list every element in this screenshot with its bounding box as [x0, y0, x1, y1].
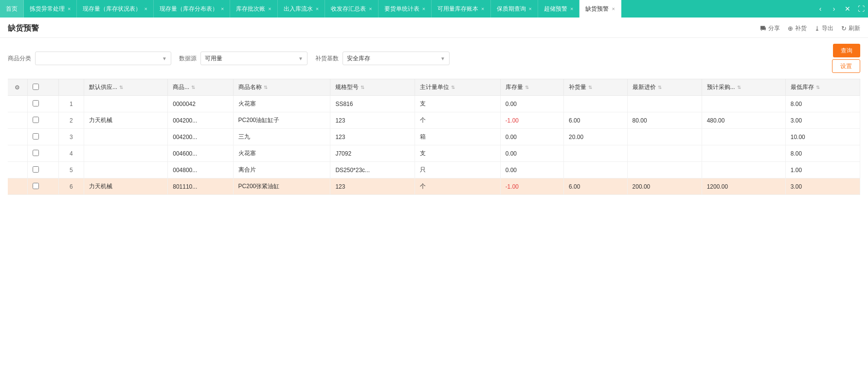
- row-replenish-qty-4: [564, 162, 627, 178]
- row-unit-5: 个: [415, 178, 500, 195]
- row-checkbox-2[interactable]: [27, 129, 58, 145]
- col-spec-header[interactable]: 规格型号 ⇅: [330, 79, 415, 96]
- refresh-button[interactable]: ↻ 刷新: [841, 24, 860, 33]
- tab-close-flow[interactable]: ×: [316, 6, 319, 12]
- tab-close-inventory-status[interactable]: ×: [144, 6, 147, 12]
- replenish-button[interactable]: ⊕ 补货: [788, 24, 807, 33]
- data-source-select[interactable]: 可用量 ▼: [200, 52, 307, 65]
- tab-picking[interactable]: 拣货异常处理 ×: [24, 0, 77, 18]
- col-unit-header[interactable]: 主计量单位 ⇅: [415, 79, 500, 96]
- tab-inventory-dist[interactable]: 现存量（库存分布表） ×: [154, 0, 230, 18]
- row-checkbox-4[interactable]: [27, 162, 58, 178]
- row-checkbox-input-3[interactable]: [33, 150, 39, 156]
- row-replenish-qty-0: [564, 96, 627, 112]
- tab-close-order-stats[interactable]: ×: [422, 6, 425, 12]
- tab-summary[interactable]: 收发存汇总表 ×: [325, 0, 378, 18]
- row-checkbox-input-4[interactable]: [33, 166, 39, 173]
- table-row: 4 004600... 火花塞 J7092 支 0.00 8.00: [8, 145, 860, 162]
- row-checkbox-input-0[interactable]: [33, 100, 39, 106]
- row-checkbox-5[interactable]: [27, 178, 58, 195]
- col-min-stock-header[interactable]: 最低库存 ⇅: [785, 79, 860, 96]
- main-content: 缺货预警 ⛟ 分享 ⊕ 补货 ⤓ 导出 ↻ 刷新 商品分类: [0, 18, 868, 387]
- row-stock-4: 0.00: [500, 162, 563, 178]
- row-product-code-0: 0000042: [168, 96, 233, 112]
- row-checkbox-input-5[interactable]: [33, 183, 39, 189]
- settings-button[interactable]: 设置: [832, 59, 860, 73]
- export-button[interactable]: ⤓ 导出: [814, 24, 833, 33]
- replenish-base-label: 补货基数: [315, 54, 339, 63]
- tab-stockout[interactable]: 缺货预警 ×: [579, 0, 621, 18]
- tab-nav-controls: ‹ › ✕ ⛶: [814, 0, 868, 18]
- tab-order-stats[interactable]: 要货单统计表 ×: [379, 0, 432, 18]
- tab-close-available-ledger[interactable]: ×: [481, 6, 484, 12]
- select-all-checkbox[interactable]: [33, 84, 39, 90]
- tab-available-ledger[interactable]: 可用量库存账本 ×: [432, 0, 490, 18]
- col-stock-header[interactable]: 库存量 ⇅: [500, 79, 563, 96]
- filter-right-buttons: 查询 设置: [832, 44, 860, 73]
- tab-home[interactable]: 首页: [0, 0, 24, 18]
- row-checkbox-1[interactable]: [27, 112, 58, 129]
- tab-close-batch-account[interactable]: ×: [268, 6, 271, 12]
- row-spec-1: 123: [330, 112, 415, 129]
- tab-next-button[interactable]: ›: [827, 0, 841, 18]
- row-stock-5: -1.00: [500, 178, 563, 195]
- tab-close-inventory-dist[interactable]: ×: [221, 6, 224, 12]
- tab-quality-period[interactable]: 保质期查询 ×: [491, 0, 538, 18]
- replenish-base-value: 安全库存: [347, 54, 370, 63]
- tab-close-summary[interactable]: ×: [369, 6, 372, 12]
- col-latest-price-header[interactable]: 最新进价 ⇅: [627, 79, 702, 96]
- row-latest-price-5: 200.00: [627, 178, 702, 195]
- row-product-name-0: 火花塞: [233, 96, 330, 112]
- row-checkbox-3[interactable]: [27, 145, 58, 162]
- col-est-purchase-header[interactable]: 预计采购... ⇅: [702, 79, 785, 96]
- table-container: ⚙ 默认供应... ⇅ 商品... ⇅: [0, 79, 868, 195]
- row-product-name-4: 离合片: [233, 162, 330, 178]
- data-source-arrow-icon: ▼: [298, 56, 303, 61]
- row-est-purchase-3: [702, 145, 785, 162]
- row-min-stock-0: 8.00: [785, 96, 860, 112]
- data-table: ⚙ 默认供应... ⇅ 商品... ⇅: [8, 79, 860, 195]
- row-latest-price-3: [627, 145, 702, 162]
- col-checkbox-header[interactable]: [27, 79, 58, 96]
- row-checkbox-input-2[interactable]: [33, 133, 39, 140]
- share-button[interactable]: ⛟ 分享: [760, 24, 780, 33]
- latest-price-sort-icon: ⇅: [658, 85, 662, 90]
- tab-maximize-button[interactable]: ⛶: [854, 0, 868, 18]
- row-replenish-qty-3: [564, 145, 627, 162]
- replenish-base-select[interactable]: 安全库存 ▼: [343, 52, 450, 65]
- row-unit-0: 支: [415, 96, 500, 112]
- row-supplier-1: 力天机械: [84, 112, 168, 129]
- row-checkbox-input-1[interactable]: [33, 117, 39, 123]
- query-button[interactable]: 查询: [833, 44, 860, 57]
- tab-close-picking[interactable]: ×: [68, 6, 71, 12]
- row-index-5: 6: [58, 178, 84, 195]
- row-index-3: 4: [58, 145, 84, 162]
- tab-prev-button[interactable]: ‹: [814, 0, 827, 18]
- row-checkbox-0[interactable]: [27, 96, 58, 112]
- row-index-1: 2: [58, 112, 84, 129]
- row-product-name-1: PC200油缸缸子: [233, 112, 330, 129]
- col-settings[interactable]: ⚙: [8, 79, 27, 96]
- col-product-name-header[interactable]: 商品名称 ⇅: [233, 79, 330, 96]
- tab-overstock[interactable]: 超储预警 ×: [538, 0, 579, 18]
- row-settings-4: [8, 162, 27, 178]
- row-product-code-5: 801110...: [168, 178, 233, 195]
- tab-close-all-button[interactable]: ✕: [841, 0, 854, 18]
- row-stock-1: -1.00: [500, 112, 563, 129]
- tab-close-stockout[interactable]: ×: [612, 6, 615, 12]
- tab-close-overstock[interactable]: ×: [570, 6, 573, 12]
- tab-close-quality-period[interactable]: ×: [529, 6, 532, 12]
- col-product-code-header[interactable]: 商品... ⇅: [168, 79, 233, 96]
- product-category-select[interactable]: ▼: [35, 52, 171, 65]
- row-min-stock-3: 8.00: [785, 145, 860, 162]
- table-body: 1 0000042 火花塞 SS816 支 0.00 8.00 2 力天机械 0…: [8, 96, 860, 195]
- tab-flow[interactable]: 出入库流水 ×: [278, 0, 325, 18]
- tab-inventory-status[interactable]: 现存量（库存状况表） ×: [77, 0, 153, 18]
- col-supplier-header[interactable]: 默认供应... ⇅: [84, 79, 168, 96]
- tab-batch-account[interactable]: 库存批次账 ×: [230, 0, 277, 18]
- row-product-code-2: 004200...: [168, 129, 233, 145]
- row-supplier-5: 力天机械: [84, 178, 168, 195]
- row-min-stock-1: 3.00: [785, 112, 860, 129]
- col-replenish-qty-header[interactable]: 补货量 ⇅: [564, 79, 627, 96]
- row-min-stock-4: 1.00: [785, 162, 860, 178]
